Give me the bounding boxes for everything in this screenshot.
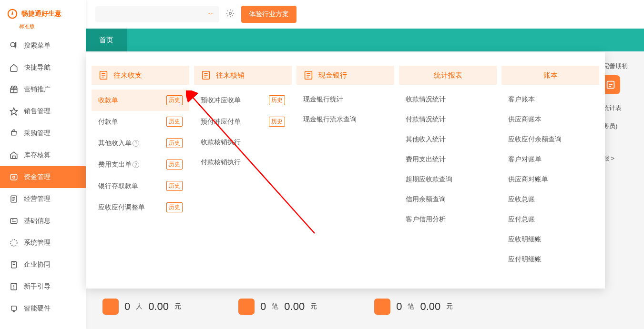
- mega-menu-item[interactable]: 现金银行统计: [296, 90, 394, 110]
- stat-count: 0: [396, 300, 402, 313]
- right-item[interactable]: 完善期初: [601, 57, 644, 75]
- mega-menu-item[interactable]: 应付明细账: [501, 249, 599, 269]
- mega-menu-item[interactable]: 费用支出统计: [399, 150, 497, 169]
- mega-menu-item[interactable]: 超期应收款查询: [399, 169, 497, 189]
- sidebar-item-system[interactable]: 系统管理: [0, 232, 86, 254]
- mega-menu-item[interactable]: 银行存取款单历史: [92, 175, 189, 197]
- mega-menu-item[interactable]: 付款单历史: [92, 111, 189, 132]
- mega-item-label: 应付总账: [508, 215, 535, 224]
- mega-item-label: 现金银行流水查询: [303, 115, 357, 124]
- mega-menu-item[interactable]: 收款核销执行: [194, 132, 292, 152]
- mega-menu-item[interactable]: 预收冲应收单历史: [194, 90, 292, 111]
- sidebar-item-home[interactable]: 快捷导航: [0, 57, 86, 79]
- mega-column: 统计报表收款情况统计付款情况统计其他收入统计费用支出统计超期应收款查询信用余额查…: [399, 66, 497, 269]
- mega-column-title: 统计报表: [434, 71, 462, 80]
- stat-count-unit: 笔: [408, 302, 414, 311]
- stat-block: 0笔 0.00元: [238, 299, 317, 315]
- sidebar-item-label: 资金管理: [24, 173, 51, 181]
- mega-menu-item[interactable]: 应收应付调整单历史: [92, 197, 189, 218]
- svg-point-6: [13, 176, 15, 179]
- sidebar-item-label: 系统管理: [24, 239, 51, 247]
- gift-icon: [10, 85, 18, 94]
- collab-icon: [10, 260, 18, 269]
- history-tag[interactable]: 历史: [166, 160, 183, 169]
- sidebar-item-manage[interactable]: 经营管理: [0, 188, 86, 210]
- sidebar-item-collab[interactable]: 企业协同: [0, 254, 86, 276]
- stat-value: 0.00: [148, 300, 169, 313]
- help-icon[interactable]: ?: [133, 140, 139, 147]
- sidebar-item-gift[interactable]: 营销推广: [0, 79, 86, 100]
- sidebar-item-cart[interactable]: 采购管理: [0, 122, 86, 144]
- sidebar-item-hardware[interactable]: 智能硬件: [0, 298, 86, 319]
- mega-menu-item[interactable]: 收款单历史: [92, 90, 189, 111]
- mega-menu-item[interactable]: 应付总账: [501, 209, 599, 229]
- mega-menu-item[interactable]: 付款核销执行: [194, 152, 292, 172]
- mega-item-label: 应付明细账: [508, 255, 542, 264]
- home-icon: [10, 63, 18, 72]
- mega-menu-item[interactable]: 现金银行流水查询: [296, 110, 394, 130]
- mega-menu-item[interactable]: 费用支出单?历史: [92, 154, 189, 175]
- sidebar-item-sale[interactable]: 销售管理: [0, 100, 86, 122]
- tab-home[interactable]: 首页: [86, 29, 127, 51]
- stat-value-unit: 元: [446, 302, 453, 311]
- history-tag[interactable]: 历史: [166, 181, 183, 191]
- svg-point-12: [14, 288, 14, 289]
- document-icon: [201, 70, 211, 80]
- industry-plan-button[interactable]: 体验行业方案: [241, 6, 296, 23]
- svg-rect-13: [11, 306, 17, 310]
- sidebar-item-guide[interactable]: 新手引导: [0, 276, 86, 298]
- gear-icon[interactable]: [226, 9, 235, 20]
- mega-item-label: 收款单: [98, 96, 118, 105]
- stat-block: 0人 0.00元: [102, 299, 181, 315]
- mega-menu-item[interactable]: 其他收入单?历史: [92, 132, 189, 154]
- sidebar-item-info[interactable]: 基础信息: [0, 210, 86, 232]
- mega-menu-item[interactable]: 其他收入统计: [399, 130, 497, 150]
- help-icon[interactable]: ?: [133, 161, 139, 168]
- cart-icon: [10, 129, 18, 138]
- stat-value: 0.00: [284, 300, 305, 313]
- sale-icon: [10, 107, 18, 116]
- mega-menu-item[interactable]: 信用余额查询: [399, 189, 497, 209]
- sidebar-item-label: 经营管理: [24, 195, 51, 203]
- sidebar-item-money[interactable]: 资金管理: [0, 166, 86, 188]
- mega-menu-item[interactable]: 应收总账: [501, 189, 599, 209]
- sidebar-item-label: 销售管理: [24, 107, 51, 116]
- mega-menu-item[interactable]: 客户账本: [501, 90, 599, 110]
- sidebar-item-label: 新手引导: [24, 282, 51, 291]
- sidebar-item-search[interactable]: 搜索菜单: [0, 35, 86, 57]
- mega-menu-item[interactable]: 应收明细账: [501, 229, 599, 249]
- mega-menu-item[interactable]: 客户对账单: [501, 150, 599, 169]
- right-item[interactable]: 务员): [601, 117, 644, 135]
- mega-item-label: 供应商对账单: [508, 175, 548, 184]
- mega-item-label: 客户信用分析: [406, 215, 446, 224]
- history-tag[interactable]: 历史: [166, 138, 183, 148]
- mega-menu-item[interactable]: 供应商对账单: [501, 169, 599, 189]
- org-selector[interactable]: ﹀: [95, 6, 219, 22]
- mega-menu-item[interactable]: 应收应付余额查询: [501, 130, 599, 150]
- sidebar-item-label: 基础信息: [24, 217, 51, 225]
- history-tag[interactable]: 历史: [166, 117, 183, 127]
- top-bar: ﹀ 体验行业方案: [86, 0, 644, 29]
- mega-menu-item[interactable]: 供应商账本: [501, 110, 599, 130]
- sidebar-item-warehouse[interactable]: 库存核算: [0, 144, 86, 166]
- version-tag: 标准版: [0, 23, 86, 30]
- mega-column: 现金银行现金银行统计现金银行流水查询: [296, 66, 394, 269]
- right-item[interactable]: 统计表: [601, 99, 644, 117]
- svg-point-14: [229, 12, 232, 15]
- history-tag[interactable]: 历史: [269, 117, 285, 127]
- mega-menu-item[interactable]: 客户信用分析: [399, 209, 497, 229]
- sidebar-item-label: 库存核算: [24, 151, 51, 160]
- history-tag[interactable]: 历史: [166, 95, 183, 105]
- mega-menu-item[interactable]: 预付冲应付单历史: [194, 111, 292, 132]
- mega-column-title: 账本: [543, 71, 558, 80]
- sidebar-item-label: 快捷导航: [24, 63, 51, 72]
- history-tag[interactable]: 历史: [269, 95, 285, 105]
- mega-item-label: 费用支出统计: [406, 155, 446, 164]
- mega-menu-item[interactable]: 收款情况统计: [399, 90, 497, 110]
- right-item[interactable]: 报 >: [601, 150, 644, 168]
- manage-icon: [10, 195, 18, 203]
- history-tag[interactable]: 历史: [166, 202, 183, 212]
- mega-menu-item[interactable]: 付款情况统计: [399, 110, 497, 130]
- mega-item-label: 应收应付余额查询: [508, 135, 562, 144]
- mega-menu: 往来收支收款单历史付款单历史其他收入单?历史费用支出单?历史银行存取款单历史应收…: [86, 52, 605, 289]
